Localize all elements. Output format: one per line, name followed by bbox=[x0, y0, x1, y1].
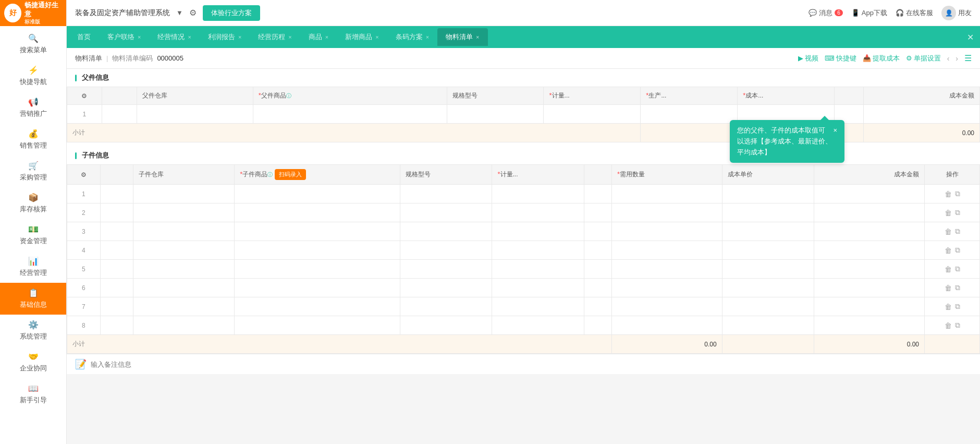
child-row8-spec[interactable] bbox=[400, 316, 492, 335]
child-row7-qty[interactable] bbox=[611, 297, 722, 316]
child-row5-product[interactable] bbox=[235, 260, 400, 279]
parent-cell-produce[interactable] bbox=[641, 105, 738, 124]
child-row6-unit[interactable] bbox=[492, 279, 584, 297]
child-row7-warehouse[interactable] bbox=[133, 297, 235, 316]
tab-bom[interactable]: 物料清单 × bbox=[437, 28, 487, 46]
tab-operations[interactable]: 经营情况 × bbox=[149, 28, 199, 46]
child-row5-qty[interactable] bbox=[611, 260, 722, 279]
child-row1-unitcost[interactable] bbox=[722, 185, 814, 203]
tab-profit[interactable]: 利润报告 × bbox=[200, 28, 250, 46]
parent-cell-unit[interactable] bbox=[544, 105, 641, 124]
child-row7-unitcost[interactable] bbox=[722, 297, 814, 316]
child-row1-unit[interactable] bbox=[492, 185, 584, 203]
parent-cell-product[interactable] bbox=[253, 105, 447, 124]
child-row4-qty[interactable] bbox=[611, 241, 722, 260]
child-col-settings[interactable]: ⚙ bbox=[67, 165, 101, 185]
child-row8-qty[interactable] bbox=[611, 316, 722, 335]
child-row5-warehouse[interactable] bbox=[133, 260, 235, 279]
child-row8-product[interactable] bbox=[235, 316, 400, 335]
sidebar-item-sales[interactable]: 💰 销售管理 bbox=[0, 124, 66, 155]
child-row6-delete-button[interactable]: 🗑 bbox=[945, 284, 952, 292]
child-row2-warehouse[interactable] bbox=[133, 203, 235, 222]
tab-goods[interactable]: 商品 × bbox=[300, 28, 337, 46]
child-row7-delete-button[interactable]: 🗑 bbox=[945, 303, 952, 311]
child-row2-unit[interactable] bbox=[492, 203, 584, 222]
sidebar-item-guide[interactable]: 📖 新手引导 bbox=[0, 378, 66, 410]
child-row8-unit[interactable] bbox=[492, 316, 584, 335]
sidebar-item-purchase[interactable]: 🛒 采购管理 bbox=[0, 155, 66, 187]
sidebar-item-operations[interactable]: 📊 经营管理 bbox=[0, 251, 66, 283]
child-row7-unit[interactable] bbox=[492, 297, 584, 316]
sidebar-item-quick-nav[interactable]: ⚡ 快捷导航 bbox=[0, 60, 66, 92]
child-row6-spec[interactable] bbox=[400, 279, 492, 297]
child-row8-unitcost[interactable] bbox=[722, 316, 814, 335]
dropdown-arrow-icon[interactable]: ▼ bbox=[176, 9, 183, 17]
child-row4-delete-button[interactable]: 🗑 bbox=[945, 246, 952, 255]
child-row1-warehouse[interactable] bbox=[133, 185, 235, 203]
child-row1-delete-button[interactable]: 🗑 bbox=[945, 190, 952, 198]
child-row2-qty[interactable] bbox=[611, 203, 722, 222]
child-row7-product[interactable] bbox=[235, 297, 400, 316]
child-row3-warehouse[interactable] bbox=[133, 222, 235, 241]
child-row1-qty[interactable] bbox=[611, 185, 722, 203]
tab-close-goods[interactable]: × bbox=[325, 34, 328, 40]
sidebar-item-search[interactable]: 🔍 搜索菜单 bbox=[0, 28, 66, 60]
tab-close-profit[interactable]: × bbox=[238, 34, 241, 40]
child-row7-spec[interactable] bbox=[400, 297, 492, 316]
tooltip-close-button[interactable]: × bbox=[833, 125, 837, 136]
child-row2-copy-button[interactable]: ⧉ bbox=[955, 208, 960, 217]
sidebar-item-finance[interactable]: 💵 资金管理 bbox=[0, 219, 66, 251]
tab-close-new-goods[interactable]: × bbox=[375, 34, 378, 40]
child-row2-spec[interactable] bbox=[400, 203, 492, 222]
tab-history[interactable]: 经营历程 × bbox=[250, 28, 300, 46]
sidebar-item-marketing[interactable]: 📢 营销推广 bbox=[0, 92, 66, 124]
tab-close-barcode[interactable]: × bbox=[426, 34, 429, 40]
sidebar-item-system[interactable]: ⚙️ 系统管理 bbox=[0, 315, 66, 346]
settings-icon[interactable]: ⚙ bbox=[189, 8, 197, 18]
view-video-button[interactable]: ▶ 视频 bbox=[798, 54, 818, 63]
app-download-item[interactable]: 📱 App下载 bbox=[851, 8, 887, 18]
child-row7-copy-button[interactable]: ⧉ bbox=[955, 302, 960, 311]
tab-close-customer[interactable]: × bbox=[138, 34, 141, 40]
child-row3-product[interactable] bbox=[235, 222, 400, 241]
child-row5-unitcost[interactable] bbox=[722, 260, 814, 279]
online-service-item[interactable]: 🎧 在线客服 bbox=[896, 8, 933, 18]
child-row1-product[interactable] bbox=[235, 185, 400, 203]
close-all-tabs-button[interactable]: ✕ bbox=[963, 30, 978, 44]
sidebar-item-inventory[interactable]: 📦 库存核算 bbox=[0, 187, 66, 219]
child-row3-spec[interactable] bbox=[400, 222, 492, 241]
child-row2-unitcost[interactable] bbox=[722, 203, 814, 222]
sidebar-item-enterprise[interactable]: 🤝 企业协同 bbox=[0, 346, 66, 378]
extract-cost-button[interactable]: 📥 提取成本 bbox=[863, 54, 900, 63]
child-row3-qty[interactable] bbox=[611, 222, 722, 241]
sidebar-item-basic-info[interactable]: 📋 基础信息 bbox=[0, 283, 66, 315]
child-row8-delete-button[interactable]: 🗑 bbox=[945, 321, 952, 330]
child-row8-copy-button[interactable]: ⧉ bbox=[955, 321, 960, 330]
child-row3-delete-button[interactable]: 🗑 bbox=[945, 227, 952, 236]
note-input[interactable] bbox=[91, 361, 972, 368]
child-row5-unit[interactable] bbox=[492, 260, 584, 279]
child-row3-unitcost[interactable] bbox=[722, 222, 814, 241]
nav-next-button[interactable]: › bbox=[956, 54, 958, 63]
child-row1-spec[interactable] bbox=[400, 185, 492, 203]
trial-button[interactable]: 体验行业方案 bbox=[203, 5, 260, 21]
tab-home[interactable]: 首页 bbox=[69, 28, 99, 46]
shortcut-button[interactable]: ⌨ 快捷键 bbox=[825, 54, 856, 63]
child-row3-unit[interactable] bbox=[492, 222, 584, 241]
parent-cell-warehouse[interactable] bbox=[137, 105, 253, 124]
child-row4-spec[interactable] bbox=[400, 241, 492, 260]
tab-barcode[interactable]: 条码方案 × bbox=[387, 28, 437, 46]
child-row6-unitcost[interactable] bbox=[722, 279, 814, 297]
child-row4-product[interactable] bbox=[235, 241, 400, 260]
child-row5-delete-button[interactable]: 🗑 bbox=[945, 265, 952, 273]
messages-item[interactable]: 💬 消息 6 bbox=[808, 8, 843, 18]
tab-customer[interactable]: 客户联络 × bbox=[99, 28, 149, 46]
child-row5-copy-button[interactable]: ⧉ bbox=[955, 265, 960, 273]
child-row6-product[interactable] bbox=[235, 279, 400, 297]
child-row4-copy-button[interactable]: ⧉ bbox=[955, 246, 960, 255]
child-row1-copy-button[interactable]: ⧉ bbox=[955, 189, 960, 198]
child-row4-unit[interactable] bbox=[492, 241, 584, 260]
tab-close-operations[interactable]: × bbox=[188, 34, 191, 40]
child-row6-qty[interactable] bbox=[611, 279, 722, 297]
parent-cell-spec[interactable] bbox=[447, 105, 544, 124]
